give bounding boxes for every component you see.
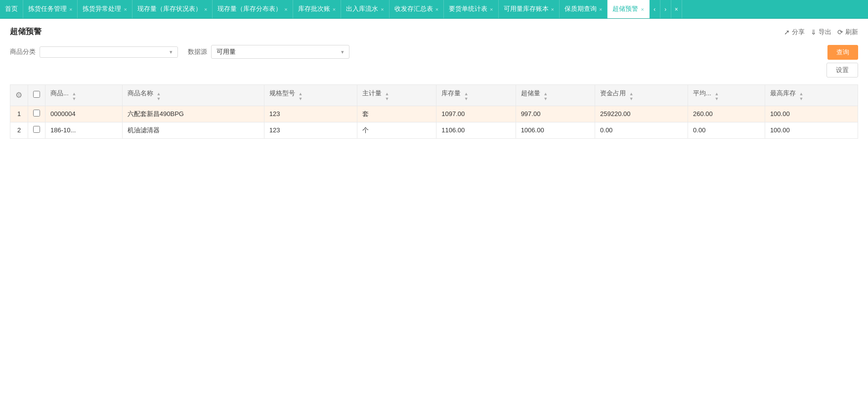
category-label: 商品分类	[10, 47, 36, 56]
cell-capital: 259220.00	[595, 106, 688, 122]
select-all-checkbox[interactable]	[33, 91, 40, 98]
cell-unit: 套	[357, 106, 436, 122]
column-product-name[interactable]: 商品名称 ▲▼	[122, 85, 264, 106]
column-stock[interactable]: 库存量 ▲▼	[436, 85, 516, 106]
close-icon[interactable]: ×	[490, 6, 493, 12]
sort-arrows-icon: ▲▼	[715, 92, 719, 102]
filter-actions: 查询 设置	[826, 45, 858, 78]
nav-tab-stock-dist[interactable]: 现存量（库存分布表） ×	[213, 0, 293, 19]
data-table: ⚙ 商品... ▲▼ 商品名称 ▲▼ 规格型号 ▲▼ 主计	[10, 84, 858, 139]
nav-tab-available[interactable]: 可用量库存账本 ×	[499, 0, 560, 19]
row-checkbox[interactable]	[33, 126, 40, 133]
close-icon[interactable]: ×	[333, 6, 336, 12]
datasource-select[interactable]: 可用量 ▾	[211, 45, 349, 59]
nav-tab-task-mgmt[interactable]: 拣货任务管理 ×	[23, 0, 78, 19]
close-icon[interactable]: ×	[641, 6, 644, 12]
datasource-label: 数据源	[188, 47, 207, 56]
cell-product-name: 六配套新昌490BPG	[122, 106, 264, 122]
datasource-select-value: 可用量	[217, 47, 236, 56]
query-button[interactable]: 查询	[827, 45, 858, 60]
nav-tab-stock-status[interactable]: 现存量（库存状况表） ×	[132, 0, 213, 19]
sort-arrows-icon: ▲▼	[298, 92, 303, 102]
page-title: 超储预警	[10, 27, 42, 37]
sort-arrows-icon: ▲▼	[72, 92, 76, 102]
cell-stock: 1106.00	[436, 122, 516, 138]
column-capital[interactable]: 资金占用 ▲▼	[595, 85, 688, 106]
chevron-down-icon: ▾	[170, 49, 173, 55]
cell-product-code: 0000004	[45, 106, 123, 122]
nav-prev-button[interactable]: ‹	[650, 0, 660, 19]
top-navigation: 首页 拣货任务管理 × 拣货异常处理 × 现存量（库存状况表） × 现存量（库存…	[0, 0, 868, 19]
close-icon[interactable]: ×	[599, 6, 602, 12]
table-row: 2 186-10... 机油滤清器 123 个 1106.00 1006.00 …	[10, 122, 858, 138]
cell-max-stock: 100.00	[765, 106, 858, 122]
share-button[interactable]: ➚ 分享	[784, 28, 805, 37]
settings-button[interactable]: 设置	[826, 63, 858, 78]
close-icon[interactable]: ×	[551, 6, 554, 12]
nav-tab-summary[interactable]: 收发存汇总表 ×	[390, 0, 444, 19]
close-icon[interactable]: ×	[204, 6, 207, 12]
column-settings[interactable]: ⚙	[10, 85, 28, 106]
column-unit[interactable]: 主计量 ▲▼	[357, 85, 436, 106]
sort-arrows-icon: ▲▼	[799, 92, 804, 102]
export-icon: ⇓	[811, 28, 817, 36]
cell-unit: 个	[357, 122, 436, 138]
page-header: 超储预警 ➚ 分享 ⇓ 导出 ⟳ 刷新	[10, 27, 858, 37]
nav-close-button[interactable]: ×	[671, 0, 682, 19]
refresh-icon: ⟳	[837, 28, 843, 36]
column-spec[interactable]: 规格型号 ▲▼	[264, 85, 357, 106]
cell-spec: 123	[264, 122, 357, 138]
sort-arrows-icon: ▲▼	[156, 92, 161, 102]
cell-overstock: 997.00	[516, 106, 595, 122]
chevron-down-icon: ▾	[341, 49, 344, 55]
close-icon[interactable]: ×	[69, 6, 72, 12]
row-number: 2	[10, 122, 28, 138]
row-checkbox-cell[interactable]	[28, 122, 45, 138]
category-filter: 商品分类 ▾	[10, 46, 178, 58]
cell-spec: 123	[264, 106, 357, 122]
cell-capital: 0.00	[595, 122, 688, 138]
datasource-filter: 数据源 可用量 ▾	[188, 45, 349, 59]
nav-tab-inout[interactable]: 出入库流水 ×	[341, 0, 389, 19]
row-checkbox[interactable]	[33, 110, 40, 117]
sort-arrows-icon: ▲▼	[385, 92, 389, 102]
export-button[interactable]: ⇓ 导出	[811, 28, 831, 37]
sort-arrows-icon: ▲▼	[543, 92, 548, 102]
main-content: 超储预警 ➚ 分享 ⇓ 导出 ⟳ 刷新 商品分类 ▾	[0, 19, 868, 395]
gear-icon[interactable]: ⚙	[15, 91, 22, 99]
close-icon[interactable]: ×	[381, 6, 384, 12]
nav-tab-exception[interactable]: 拣货异常处理 ×	[78, 0, 132, 19]
cell-product-code: 186-10...	[45, 122, 123, 138]
close-icon[interactable]: ×	[435, 6, 438, 12]
column-product-code[interactable]: 商品... ▲▼	[45, 85, 123, 106]
cell-avg: 260.00	[688, 106, 765, 122]
cell-stock: 1097.00	[436, 106, 516, 122]
nav-tab-home[interactable]: 首页	[0, 0, 23, 19]
column-checkbox[interactable]	[28, 85, 45, 106]
nav-tab-quality[interactable]: 保质期查询 ×	[560, 0, 608, 19]
category-select[interactable]: ▾	[40, 46, 178, 58]
column-max-stock[interactable]: 最高库存 ▲▼	[765, 85, 858, 106]
close-icon[interactable]: ×	[284, 6, 287, 12]
refresh-button[interactable]: ⟳ 刷新	[837, 28, 858, 37]
sort-arrows-icon: ▲▼	[464, 92, 469, 102]
close-icon[interactable]: ×	[124, 6, 127, 12]
cell-overstock: 1006.00	[516, 122, 595, 138]
row-number: 1	[10, 106, 28, 122]
share-icon: ➚	[784, 28, 790, 36]
row-checkbox-cell[interactable]	[28, 106, 45, 122]
cell-avg: 0.00	[688, 122, 765, 138]
table-header-row: ⚙ 商品... ▲▼ 商品名称 ▲▼ 规格型号 ▲▼ 主计	[10, 85, 858, 106]
nav-next-button[interactable]: ›	[660, 0, 671, 19]
nav-tab-overstock[interactable]: 超储预警 ×	[608, 0, 649, 19]
cell-product-name: 机油滤清器	[122, 122, 264, 138]
sort-arrows-icon: ▲▼	[629, 92, 634, 102]
column-overstock[interactable]: 超储量 ▲▼	[516, 85, 595, 106]
column-avg[interactable]: 平均... ▲▼	[688, 85, 765, 106]
table-row: 1 0000004 六配套新昌490BPG 123 套 1097.00 997.…	[10, 106, 858, 122]
cell-max-stock: 100.00	[765, 122, 858, 138]
header-actions: ➚ 分享 ⇓ 导出 ⟳ 刷新	[784, 28, 858, 37]
nav-tab-order-stats[interactable]: 要货单统计表 ×	[444, 0, 498, 19]
nav-tab-batch[interactable]: 库存批次账 ×	[293, 0, 341, 19]
